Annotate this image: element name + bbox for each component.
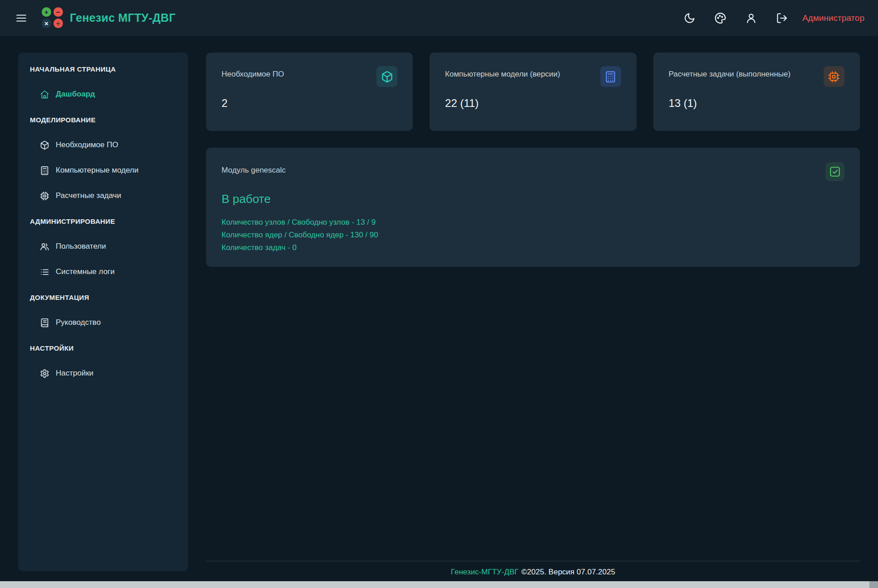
stat-card-software: Необходимое ПО 2 [206, 53, 413, 131]
app-logo[interactable]: + − × ÷ [42, 7, 63, 29]
sidebar-item-label: Системные логи [56, 267, 115, 276]
sidebar-item-dashboard[interactable]: Дашбоард [30, 82, 176, 107]
main-panel: Необходимое ПО 2 Компьютерные модели (ве… [206, 53, 860, 581]
footer-copyright: ©2025. Версия 07.07.2025 [521, 568, 615, 576]
module-stat-nodes: Количество узлов / Свободно узлов - 13 /… [222, 216, 844, 229]
module-stats: Количество узлов / Свободно узлов - 13 /… [222, 216, 844, 254]
stat-value: 13 (1) [669, 97, 844, 110]
module-stat-cores: Количество ядер / Свободно ядер - 130 / … [222, 229, 844, 241]
sidebar-section-modeling: МОДЕЛИРОВАНИЕ [30, 107, 176, 132]
calculator-icon [600, 66, 621, 87]
home-icon [40, 90, 49, 99]
sidebar-item-manual[interactable]: Руководство [30, 310, 176, 335]
cpu-icon [824, 66, 844, 87]
stat-label: Необходимое ПО [222, 66, 284, 79]
stat-card-computer-models: Компьютерные модели (версии) 22 (11) [429, 53, 636, 131]
sidebar-section-administration: АДМИНИСТРИРОВАНИЕ [30, 208, 176, 234]
cpu-icon [40, 191, 49, 201]
logo-plus-circle: + [42, 7, 51, 17]
sidebar-item-settings[interactable]: Настройки [30, 361, 176, 386]
calculator-icon [40, 166, 49, 175]
sidebar-item-computer-models[interactable]: Компьютерные модели [30, 158, 176, 183]
sidebar: НАЧАЛЬНАЯ СТРАНИЦА Дашбоард МОДЕЛИРОВАНИ… [18, 53, 188, 571]
app-title: Генезис МГТУ-ДВГ [70, 11, 175, 24]
sidebar-item-label: Пользователи [56, 242, 106, 251]
stat-label: Компьютерные модели (версии) [445, 66, 560, 79]
sidebar-item-label: Настройки [56, 369, 93, 378]
stat-value: 22 (11) [445, 97, 621, 110]
logo-divide-circle: ÷ [53, 19, 63, 28]
sidebar-section-documentation: ДОКУМЕНТАЦИЯ [30, 284, 176, 310]
menu-icon[interactable] [14, 12, 29, 24]
module-title: Модуль genescalc [222, 166, 286, 175]
logout-icon[interactable] [776, 12, 788, 24]
users-icon [40, 242, 49, 251]
palette-icon[interactable] [714, 12, 726, 24]
gear-icon [40, 369, 49, 378]
package-icon [376, 66, 397, 87]
header-actions: Администратор [684, 12, 864, 24]
footer: Генезис-МГТУ-ДВГ©2025. Версия 07.07.2025 [206, 561, 860, 581]
stat-value: 2 [222, 97, 397, 110]
moon-icon[interactable] [684, 12, 695, 24]
stat-card-calc-tasks: Расчетные задачи (выполненные) 13 (1) [653, 53, 860, 131]
sidebar-item-label: Дашбоард [56, 90, 95, 99]
package-icon [40, 140, 49, 150]
stat-label: Расчетные задачи (выполненные) [669, 66, 791, 79]
app-header: + − × ÷ Генезис МГТУ-ДВГ Администратор [0, 0, 878, 36]
module-stat-tasks: Количество задач - 0 [222, 241, 844, 254]
sidebar-section-home: НАЧАЛЬНАЯ СТРАНИЦА [30, 56, 176, 82]
list-icon [40, 267, 49, 277]
user-role-label: Администратор [802, 13, 864, 23]
check-square-icon [825, 162, 844, 181]
module-card-genescalc: Модуль genescalc В работе Количество узл… [206, 148, 860, 267]
sidebar-item-label: Необходимое ПО [56, 140, 118, 149]
user-icon[interactable] [745, 12, 757, 24]
sidebar-item-system-logs[interactable]: Системные логи [30, 259, 176, 284]
module-status: В работе [222, 192, 844, 206]
sidebar-item-label: Компьютерные модели [56, 166, 139, 175]
content-area: НАЧАЛЬНАЯ СТРАНИЦА Дашбоард МОДЕЛИРОВАНИ… [0, 36, 878, 581]
footer-brand: Генезис-МГТУ-ДВГ [451, 568, 519, 576]
sidebar-section-settings: НАСТРОЙКИ [30, 335, 176, 361]
logo-times-circle: × [42, 19, 51, 28]
sidebar-item-label: Руководство [56, 318, 101, 327]
sidebar-item-calc-tasks[interactable]: Расчетные задачи [30, 183, 176, 208]
horizontal-scrollbar[interactable] [0, 581, 878, 588]
sidebar-item-label: Расчетные задачи [56, 191, 121, 200]
logo-minus-circle: − [53, 7, 63, 17]
book-icon [40, 318, 49, 328]
horizontal-scrollbar-thumb[interactable] [0, 581, 869, 588]
sidebar-item-software[interactable]: Необходимое ПО [30, 132, 176, 158]
stats-row: Необходимое ПО 2 Компьютерные модели (ве… [206, 53, 860, 131]
sidebar-item-users[interactable]: Пользователи [30, 234, 176, 259]
